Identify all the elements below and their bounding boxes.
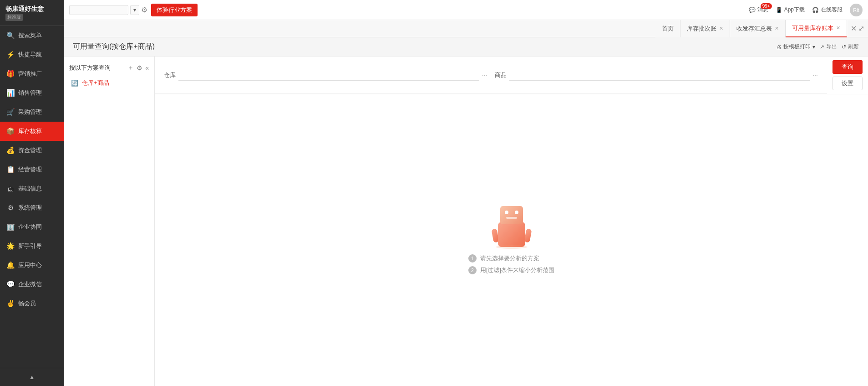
scroll-up-btn[interactable]: ▲ (6, 372, 57, 382)
dropdown-btn[interactable]: ▾ (130, 5, 139, 15)
sidebar-item-purchase[interactable]: 🛒采购管理 (0, 103, 64, 122)
sidebar-item-sales[interactable]: 📊销售管理 (0, 83, 64, 103)
search-input[interactable] (69, 5, 128, 15)
gear-btn[interactable]: ⚙ (141, 5, 147, 14)
sidebar-header: 畅康通好生意 标准版 (0, 0, 64, 26)
nav-icon-wechat: 💬 (6, 280, 15, 288)
headset-icon: 🎧 (812, 7, 819, 13)
empty-state: 1 请先选择要分析的方案 2 用[过滤]条件来缩小分析范围 (155, 94, 868, 386)
page-header-actions: 🖨 按模板打印 ▾ ↗ 导出 ↺ 刷新 (776, 43, 859, 51)
tab-summary[interactable]: 收发存汇总表✕ (730, 20, 786, 37)
settings-btn[interactable]: 设置 (832, 77, 863, 90)
collapse-filter-btn[interactable]: « (145, 64, 149, 72)
sidebar-item-finance[interactable]: 💰资金管理 (0, 141, 64, 160)
tab-batch[interactable]: 库存批次账✕ (680, 20, 730, 37)
message-btn[interactable]: 💬 消息 99+ (749, 6, 768, 14)
refresh-btn[interactable]: ↺ 刷新 (842, 43, 859, 51)
warehouse-input[interactable] (178, 70, 479, 81)
tip2-text: 用[过滤]条件来缩小分析范围 (480, 266, 554, 274)
robot-eye-right (515, 211, 518, 214)
robot-body (498, 222, 525, 247)
filter-item-warehouse-product[interactable]: 🔄 仓库+商品 (64, 75, 154, 91)
tab-home[interactable]: 首页 (655, 20, 680, 37)
nav-icon-marketing: 🎁 (6, 70, 15, 78)
nav-label-marketing: 营销推广 (18, 70, 42, 78)
query-btn[interactable]: 查询 (832, 60, 863, 74)
nav-label-enterprise: 企业协同 (18, 223, 42, 231)
nav-icon-finance: 💰 (6, 146, 15, 154)
tab-label-available: 可用量库存账本 (792, 24, 833, 32)
query-panel: 仓库 ··· 商品 ··· 查询 设置 (155, 57, 868, 386)
nav-icon-inventory: 📦 (6, 127, 15, 135)
print-btn[interactable]: 🖨 按模板打印 ▾ (776, 43, 815, 51)
refresh-icon: ↺ (842, 44, 846, 50)
nav-label-wechat: 企业微信 (18, 280, 42, 288)
manage-filter-btn[interactable]: ⚙ (137, 64, 142, 72)
nav-icon-enterprise: 🏢 (6, 223, 15, 231)
robot-illustration (489, 206, 534, 247)
tab-label-home: 首页 (662, 25, 674, 33)
warehouse-more-btn[interactable]: ··· (482, 72, 487, 79)
sidebar-item-enterprise[interactable]: 🏢企业协同 (0, 217, 64, 237)
filter-panel-header: 按以下方案查询 ＋ ⚙ « (64, 61, 154, 75)
filter-panel: 按以下方案查询 ＋ ⚙ « 🔄 仓库+商品 (64, 57, 155, 386)
app-download-btn[interactable]: 📱 App下载 (776, 6, 805, 14)
filter-item-icon: 🔄 (71, 80, 78, 87)
sidebar-item-system[interactable]: ⚙系统管理 (0, 198, 64, 217)
tab-close-batch[interactable]: ✕ (719, 26, 723, 31)
topbar-right: 💬 消息 99+ 📱 App下载 🎧 在线客服 Rit (749, 4, 863, 16)
avatar[interactable]: Rit (850, 4, 863, 16)
nav-icon-appstore: 🔔 (6, 261, 15, 269)
product-label: 商品 (495, 71, 507, 79)
tab-available[interactable]: 可用量库存账本✕ (786, 20, 847, 37)
sidebar-item-basic[interactable]: 🗂基础信息 (0, 179, 64, 198)
nav-icon-operations: 📋 (6, 165, 15, 174)
nav-icon-sales: 📊 (6, 89, 15, 97)
close-tab-btn[interactable]: ✕ (851, 24, 857, 33)
tab-label-summary: 收发存汇总表 (736, 25, 772, 33)
robot-shadow (496, 245, 528, 249)
industry-btn[interactable]: 体验行业方案 (151, 4, 198, 16)
page-header: 可用量查询(按仓库+商品) 🖨 按模板打印 ▾ ↗ 导出 ↺ 刷新 (64, 37, 868, 57)
content-area: 按以下方案查询 ＋ ⚙ « 🔄 仓库+商品 仓库 ··· (64, 57, 868, 386)
nav-icon-basic: 🗂 (6, 185, 15, 193)
topbar-search: ▾ ⚙ (69, 5, 147, 15)
sidebar-item-member[interactable]: ✌畅会员 (0, 294, 64, 313)
tip1-text: 请先选择要分析的方案 (480, 254, 539, 262)
sidebar-item-search[interactable]: 🔍搜索菜单 (0, 26, 64, 45)
tab-close-available[interactable]: ✕ (836, 25, 840, 31)
brand-name: 畅康通好生意 (5, 5, 58, 13)
robot-mouth (506, 217, 517, 219)
print-icon: 🖨 (776, 44, 782, 50)
tabbar: 首页库存批次账✕收发存汇总表✕可用量库存账本✕ ✕ ⤢ (64, 20, 868, 37)
refresh-label: 刷新 (848, 43, 859, 51)
robot-arm-right (524, 228, 532, 243)
product-more-btn[interactable]: ··· (812, 72, 818, 79)
nav-label-appstore: 应用中心 (18, 261, 42, 269)
sidebar-item-guide[interactable]: 🌟新手引导 (0, 237, 64, 256)
phone-icon: 📱 (776, 7, 782, 13)
expand-btn[interactable]: ⤢ (858, 24, 864, 33)
sidebar-item-shortcut[interactable]: ⚡快捷导航 (0, 45, 64, 64)
sidebar-item-marketing[interactable]: 🎁营销推广 (0, 64, 64, 83)
sidebar-item-inventory[interactable]: 📦库存核算 (0, 122, 64, 141)
nav-label-system: 系统管理 (18, 204, 42, 212)
sidebar-item-wechat[interactable]: 💬企业微信 (0, 275, 64, 294)
add-filter-btn[interactable]: ＋ (127, 64, 134, 72)
empty-tips: 1 请先选择要分析的方案 2 用[过滤]条件来缩小分析范围 (468, 254, 554, 274)
sidebar-item-appstore[interactable]: 🔔应用中心 (0, 256, 64, 275)
sidebar-item-operations[interactable]: 📋经营管理 (0, 160, 64, 179)
query-actions: 查询 设置 (827, 57, 868, 94)
service-btn[interactable]: 🎧 在线客服 (812, 6, 843, 14)
warehouse-label: 仓库 (164, 71, 176, 79)
filter-panel-header-actions: ＋ ⚙ « (127, 64, 149, 72)
edition-badge: 标准版 (5, 14, 23, 21)
message-icon: 💬 (749, 7, 756, 13)
nav-icon-system: ⚙ (6, 204, 15, 212)
export-btn[interactable]: ↗ 导出 (820, 43, 837, 51)
page-title: 可用量查询(按仓库+商品) (73, 42, 155, 51)
tab-close-summary[interactable]: ✕ (775, 26, 779, 31)
nav-label-purchase: 采购管理 (18, 108, 42, 116)
product-input[interactable] (509, 70, 810, 81)
nav-label-operations: 经营管理 (18, 165, 42, 174)
